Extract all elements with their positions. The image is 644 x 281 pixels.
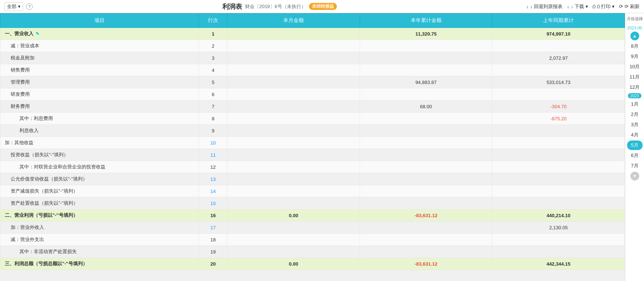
this-month-8 xyxy=(227,125,360,137)
month-item-10[interactable]: 10月 xyxy=(627,62,643,72)
this-year-9 xyxy=(360,137,492,149)
this-month-0 xyxy=(227,28,360,40)
last-year-5 xyxy=(492,88,625,101)
download-icon: ↓ xyxy=(567,4,569,9)
download-chevron: ▾ xyxy=(586,4,588,9)
scroll-down-button[interactable]: ▼ xyxy=(630,172,639,180)
row-num-16[interactable]: 17 xyxy=(199,222,227,234)
month-item-5[interactable]: 5月 xyxy=(627,140,643,150)
item-cell-2: 税金及附加 xyxy=(0,52,199,64)
this-year-5 xyxy=(360,88,492,101)
last-year-19: 442,344.15 xyxy=(492,258,625,270)
download-button[interactable]: ↓ ↓ 下载 ▾ xyxy=(567,3,588,10)
last-year-7: -875.20 xyxy=(492,113,625,125)
row-num-12[interactable]: 13 xyxy=(199,173,227,185)
this-year-11 xyxy=(360,161,492,173)
row-num-19: 20 xyxy=(199,258,227,270)
item-cell-3: 销售费用 xyxy=(0,64,199,76)
month-item-4[interactable]: 4月 xyxy=(627,130,643,140)
last-year-12 xyxy=(492,173,625,185)
row-num-10[interactable]: 11 xyxy=(199,149,227,161)
item-cell-12: 公允价值变动收益（损失以"-"填列） xyxy=(0,173,199,185)
this-month-3 xyxy=(227,64,360,76)
this-month-5 xyxy=(227,88,360,101)
this-month-17 xyxy=(227,234,360,246)
this-month-7 xyxy=(227,113,360,125)
this-month-19: 0.00 xyxy=(227,258,360,270)
item-cell-1: 减：营业成本 xyxy=(0,40,199,52)
this-month-15: 0.00 xyxy=(227,209,360,222)
this-year-8 xyxy=(360,125,492,137)
row-num-1: 2 xyxy=(199,40,227,52)
this-year-17 xyxy=(360,234,492,246)
help-icon[interactable]: ? xyxy=(26,3,33,10)
row-num-2: 3 xyxy=(199,52,227,64)
month-item-6[interactable]: 6月 xyxy=(627,151,643,160)
last-year-14 xyxy=(492,197,625,209)
row-num-18: 19 xyxy=(199,246,227,258)
main-container: 项目 行次 本月金额 本年累计金额 上年同期累计 一、营业收入✎111,320.… xyxy=(0,13,644,281)
item-cell-11: 其中：对联营企业和合营企业的投资收益 xyxy=(0,161,199,173)
this-year-16 xyxy=(360,222,492,234)
edit-icon[interactable]: ✎ xyxy=(36,31,39,36)
this-month-18 xyxy=(227,246,360,258)
this-year-7 xyxy=(360,113,492,125)
header-bar: 全部 ▾ ? 利润表 财会〔2019〕6号（未执行） 未结转损益 ↓ ↓ 回退到… xyxy=(0,0,644,13)
row-num-14[interactable]: 15 xyxy=(199,197,227,209)
item-cell-4: 管理费用 xyxy=(0,76,199,88)
item-cell-17: 减：营业外支出 xyxy=(0,234,199,246)
month-item-7[interactable]: 7月 xyxy=(627,161,643,171)
item-cell-16: 加：营业外收入 xyxy=(0,222,199,234)
month-item-9[interactable]: 9月 xyxy=(627,52,643,61)
page-subtitle: 财会〔2019〕6号（未执行） xyxy=(245,3,306,10)
row-num-9[interactable]: 10 xyxy=(199,137,227,149)
this-year-3 xyxy=(360,64,492,76)
month-item-2[interactable]: 2月 xyxy=(627,110,643,119)
year-badge: 2023 xyxy=(628,93,641,98)
scope-dropdown[interactable]: 全部 ▾ xyxy=(4,2,23,11)
this-year-0: 11,320.75 xyxy=(360,28,492,40)
this-year-6: 68.00 xyxy=(360,101,492,113)
this-year-13 xyxy=(360,185,492,197)
item-cell-18: 其中：非流动资产处置损失 xyxy=(0,246,199,258)
last-year-13 xyxy=(492,185,625,197)
print-button[interactable]: ⎙ ⎙ 打印 ▾ xyxy=(593,3,615,10)
row-num-5: 6 xyxy=(199,88,227,101)
refresh-button[interactable]: ⟳ ⟳ 刷新 xyxy=(619,3,640,10)
scroll-up-button[interactable]: ▲ xyxy=(630,32,639,40)
row-num-0: 1 xyxy=(199,28,227,40)
month-item-12[interactable]: 12月 xyxy=(627,83,643,92)
header-center: 利润表 财会〔2019〕6号（未执行） 未结转损益 xyxy=(222,2,337,11)
this-month-11 xyxy=(227,161,360,173)
this-year-1 xyxy=(360,40,492,52)
month-item-1[interactable]: 1月 xyxy=(627,99,643,109)
this-month-13 xyxy=(227,185,360,197)
this-month-6 xyxy=(227,101,360,113)
row-num-7: 8 xyxy=(199,113,227,125)
this-year-2 xyxy=(360,52,492,64)
item-cell-7: 其中：利息费用 xyxy=(0,113,199,125)
item-cell-8: 利息收入 xyxy=(0,125,199,137)
back-button[interactable]: ↓ ↓ 回退到原报表 xyxy=(526,3,563,10)
last-year-16: 2,130.05 xyxy=(492,222,625,234)
profit-table: 项目 行次 本月金额 本年累计金额 上年同期累计 一、营业收入✎111,320.… xyxy=(0,13,625,270)
this-year-4: 94,883.87 xyxy=(360,76,492,88)
row-num-13[interactable]: 14 xyxy=(199,185,227,197)
this-year-14 xyxy=(360,197,492,209)
item-cell-9: 加：其他收益 xyxy=(0,137,199,149)
status-badge[interactable]: 未结转损益 xyxy=(309,3,337,10)
month-item-11[interactable]: 11月 xyxy=(627,72,643,82)
month-item-8[interactable]: 8月 xyxy=(627,41,643,51)
last-year-6: -304.70 xyxy=(492,101,625,113)
row-num-8: 9 xyxy=(199,125,227,137)
last-year-4: 533,014.73 xyxy=(492,76,625,88)
item-cell-10: 投资收益（损失以"-"填列） xyxy=(0,149,199,161)
sidebar-title: 月份选择 xyxy=(625,15,644,23)
this-year-12 xyxy=(360,173,492,185)
month-item-3[interactable]: 3月 xyxy=(627,120,643,129)
last-year-17 xyxy=(492,234,625,246)
last-year-18 xyxy=(492,246,625,258)
this-year-18 xyxy=(360,246,492,258)
last-year-0: 974,997.10 xyxy=(492,28,625,40)
row-num-11: 12 xyxy=(199,161,227,173)
